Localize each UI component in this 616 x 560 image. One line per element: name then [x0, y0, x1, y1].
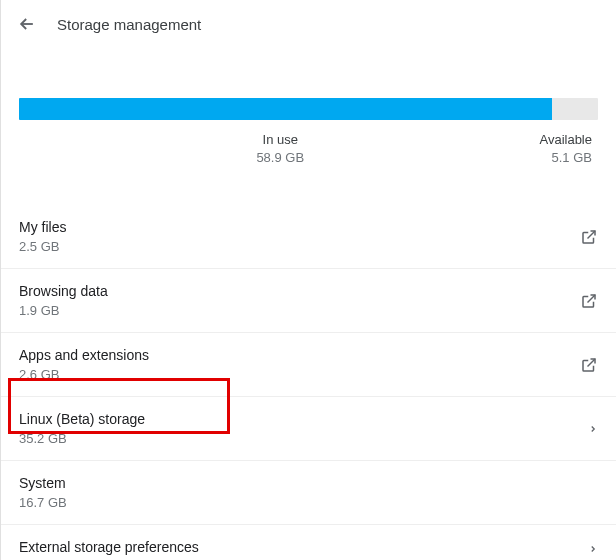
- chevron-right-icon: [588, 544, 598, 554]
- list-item-text: My files 2.5 GB: [19, 219, 580, 254]
- item-sub: 35.2 GB: [19, 431, 588, 446]
- item-title: My files: [19, 219, 580, 235]
- item-title: External storage preferences: [19, 539, 588, 555]
- external-link-icon: [580, 356, 598, 374]
- storage-list: My files 2.5 GB Browsing data 1.9 GB App…: [1, 205, 616, 560]
- storage-bar-labels: In use 58.9 GB Available 5.1 GB: [19, 132, 598, 165]
- list-item-system[interactable]: System 16.7 GB: [1, 461, 616, 525]
- list-item-external-storage[interactable]: External storage preferences: [1, 525, 616, 560]
- storage-bar-fill: [19, 98, 552, 120]
- external-link-icon: [580, 292, 598, 310]
- list-item-browsing-data[interactable]: Browsing data 1.9 GB: [1, 269, 616, 333]
- list-item-text: Linux (Beta) storage 35.2 GB: [19, 411, 588, 446]
- in-use-label: In use: [21, 132, 539, 147]
- external-link-icon: [580, 228, 598, 246]
- available-value: 5.1 GB: [539, 150, 592, 165]
- item-title: System: [19, 475, 598, 491]
- storage-bar-section: In use 58.9 GB Available 5.1 GB: [1, 48, 616, 175]
- item-sub: 2.5 GB: [19, 239, 580, 254]
- item-sub: 2.6 GB: [19, 367, 580, 382]
- item-title: Browsing data: [19, 283, 580, 299]
- header: Storage management: [1, 0, 616, 48]
- item-sub: 16.7 GB: [19, 495, 598, 510]
- available-label-group: Available 5.1 GB: [539, 132, 596, 165]
- item-title: Apps and extensions: [19, 347, 580, 363]
- list-item-text: External storage preferences: [19, 539, 588, 559]
- item-title: Linux (Beta) storage: [19, 411, 588, 427]
- chevron-right-icon: [588, 424, 598, 434]
- page-title: Storage management: [57, 16, 201, 33]
- back-arrow-icon[interactable]: [17, 14, 37, 34]
- list-item-text: Browsing data 1.9 GB: [19, 283, 580, 318]
- list-item-text: Apps and extensions 2.6 GB: [19, 347, 580, 382]
- list-item-linux-storage[interactable]: Linux (Beta) storage 35.2 GB: [1, 397, 616, 461]
- list-item-text: System 16.7 GB: [19, 475, 598, 510]
- available-label: Available: [539, 132, 592, 147]
- list-item-my-files[interactable]: My files 2.5 GB: [1, 205, 616, 269]
- in-use-value: 58.9 GB: [21, 150, 539, 165]
- storage-bar: [19, 98, 598, 120]
- item-sub: 1.9 GB: [19, 303, 580, 318]
- list-item-apps-extensions[interactable]: Apps and extensions 2.6 GB: [1, 333, 616, 397]
- in-use-label-group: In use 58.9 GB: [21, 132, 539, 165]
